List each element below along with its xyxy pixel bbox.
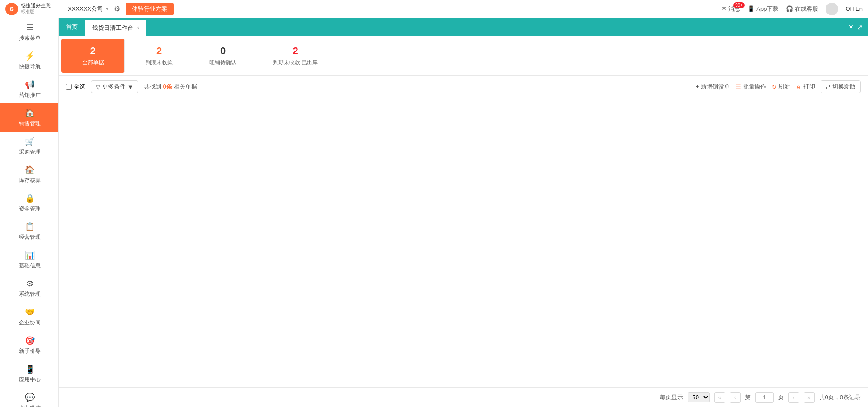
stat-card-all[interactable]: 2 全部单据 <box>61 39 125 73</box>
filter-btn[interactable]: ▽ 更多条件 ▼ <box>91 80 138 93</box>
stat-label-overdue: 到期未收款 <box>146 59 173 66</box>
logo-line2: 标准版 <box>21 9 51 15</box>
sidebar-label-fund: 资金管理 <box>19 205 41 213</box>
app-download-label: App下载 <box>756 5 778 13</box>
refresh-btn[interactable]: ↻ 刷新 <box>772 83 790 91</box>
sidebar-item-operations[interactable]: 📋 经营管理 <box>0 217 58 246</box>
sidebar-item-search-menu[interactable]: ☰ 搜索菜单 <box>0 18 58 47</box>
switch-icon: ⇄ <box>826 84 830 90</box>
filter-icon: ▽ <box>96 84 100 90</box>
new-sales-label: + 新增销货单 <box>696 83 730 91</box>
sidebar-label-inventory: 库存核算 <box>19 177 41 184</box>
top-header: 6 畅捷通好生意 标准版 XXXXXX公司 ▼ ⚙ 体验行业方案 ✉ 消息 99… <box>0 0 868 18</box>
sidebar-item-fund[interactable]: 🔒 资金管理 <box>0 189 58 217</box>
sidebar-item-beginner[interactable]: 🎯 新手引导 <box>0 331 58 360</box>
logo-area: 6 畅捷通好生意 标准版 <box>5 3 64 15</box>
company-selector[interactable]: XXXXXX公司 ▼ <box>68 5 109 13</box>
stat-label-unshipped: 到期未收款 已出库 <box>273 59 318 66</box>
sidebar-item-appcenter[interactable]: 📱 应用中心 <box>0 360 58 388</box>
print-icon: 🖨 <box>796 84 802 90</box>
sidebar-label-appcenter: 应用中心 <box>19 376 41 384</box>
phone-icon: 📱 <box>747 5 755 12</box>
purchase-icon: 🛒 <box>25 136 35 146</box>
stats-row: 2 全部单据 2 到期未收款 0 旺铺待确认 2 到期未收款 已出库 <box>59 36 868 76</box>
sidebar-label-basicinfo: 基础信息 <box>19 262 41 270</box>
toolbar: 全选 ▽ 更多条件 ▼ 共找到 0条 相关单据 + 新增销货单 ☰ 批量操作 <box>59 76 868 98</box>
sidebar-label-search: 搜索菜单 <box>19 34 41 42</box>
tab-bar: 首页 钱货日清工作台 × × ⤢ <box>59 18 868 36</box>
tab-home-label: 首页 <box>66 23 78 31</box>
msg-btn[interactable]: ✉ 消息 99+ <box>722 5 740 13</box>
new-sales-btn[interactable]: + 新增销货单 <box>696 83 730 91</box>
select-all-area[interactable]: 全选 <box>66 83 85 91</box>
sidebar-label-wechat: 企业微信 <box>19 404 41 407</box>
next-page-btn[interactable]: › <box>788 392 799 403</box>
page-input[interactable] <box>755 392 774 403</box>
avatar[interactable] <box>826 3 838 15</box>
batch-btn[interactable]: ☰ 批量操作 <box>736 83 766 91</box>
refresh-icon: ↻ <box>772 84 777 90</box>
found-prefix: 共找到 <box>144 83 161 90</box>
trial-btn[interactable]: 体验行业方案 <box>126 3 174 15</box>
stat-card-wangpu[interactable]: 0 旺铺待确认 <box>191 36 255 75</box>
stat-card-unshipped[interactable]: 2 到期未收款 已出库 <box>255 36 336 75</box>
sidebar-item-system[interactable]: ⚙ 系统管理 <box>0 274 58 303</box>
sidebar-label-quick: 快捷导航 <box>19 63 41 70</box>
prev-page-btn[interactable]: ‹ <box>730 392 741 403</box>
stat-number-unshipped: 2 <box>293 45 298 57</box>
switch-btn[interactable]: ⇄ 切换新版 <box>821 80 861 93</box>
fund-icon: 🔒 <box>25 193 35 203</box>
found-suffix: 相关单据 <box>174 83 197 90</box>
select-all-checkbox[interactable] <box>66 84 72 90</box>
sidebar-item-purchase[interactable]: 🛒 采购管理 <box>0 132 58 160</box>
menu-icon: ☰ <box>26 23 33 33</box>
tab-home[interactable]: 首页 <box>59 18 85 36</box>
filter-dropdown-icon: ▼ <box>127 84 133 90</box>
pagination: 每页显示 50 « ‹ 第 页 › » 共0页，0条记录 <box>59 387 868 407</box>
sidebar-item-enterprise[interactable]: 🤝 企业协同 <box>0 303 58 331</box>
tab-maximize-btn[interactable]: ⤢ <box>857 23 863 32</box>
lightning-icon: ⚡ <box>25 51 35 61</box>
enterprise-icon: 🤝 <box>25 307 35 317</box>
per-page-select[interactable]: 50 <box>688 392 710 402</box>
sidebar-item-marketing[interactable]: 📢 营销推广 <box>0 75 58 103</box>
batch-label: 批量操作 <box>743 83 766 91</box>
app-download-btn[interactable]: 📱 App下载 <box>747 5 778 13</box>
sidebar-item-quick-nav[interactable]: ⚡ 快捷导航 <box>0 47 58 75</box>
stat-number-overdue: 2 <box>156 45 162 57</box>
content-area: 首页 钱货日清工作台 × × ⤢ 2 全部单据 2 到期未收款 0 <box>59 18 868 407</box>
print-label: 打印 <box>803 83 815 91</box>
sidebar-item-inventory[interactable]: 🏠 库存核算 <box>0 160 58 189</box>
main-layout: ☰ 搜索菜单 ⚡ 快捷导航 📢 营销推广 🏠 销售管理 🛒 采购管理 🏠 库存核… <box>0 18 868 407</box>
filter-label: 更多条件 <box>102 83 126 91</box>
settings-icon[interactable]: ⚙ <box>114 5 120 13</box>
sidebar-item-sales[interactable]: 🏠 销售管理 <box>0 103 58 132</box>
batch-icon: ☰ <box>736 84 741 90</box>
tab-close-icon[interactable]: × <box>136 25 139 31</box>
last-page-btn[interactable]: » <box>804 392 815 403</box>
page-label: 第 <box>745 393 751 402</box>
stat-card-overdue[interactable]: 2 到期未收款 <box>127 36 191 75</box>
tab-close-btn[interactable]: × <box>849 23 853 31</box>
stat-label-wangpu: 旺铺待确认 <box>209 59 236 66</box>
headset-icon: 🎧 <box>786 5 793 12</box>
wechat-icon: 💬 <box>25 393 35 402</box>
sidebar-item-basicinfo[interactable]: 📊 基础信息 <box>0 246 58 274</box>
per-page-label: 每页显示 <box>660 393 683 402</box>
stat-label-all: 全部单据 <box>82 59 104 66</box>
page-suffix: 页 <box>778 393 784 402</box>
first-page-btn[interactable]: « <box>714 392 725 403</box>
sidebar-item-wechat[interactable]: 💬 企业微信 <box>0 388 58 407</box>
logo-line1: 畅捷通好生意 <box>21 3 51 9</box>
print-btn[interactable]: 🖨 打印 <box>796 83 815 91</box>
company-name: XXXXXX公司 <box>68 5 103 13</box>
inventory-icon: 🏠 <box>25 165 35 175</box>
table-area <box>59 98 868 387</box>
tab-active-label: 钱货日清工作台 <box>92 24 133 32</box>
username[interactable]: OfTEn <box>845 5 863 12</box>
online-service-btn[interactable]: 🎧 在线客服 <box>786 5 818 13</box>
tab-active[interactable]: 钱货日清工作台 × <box>85 20 146 36</box>
sidebar-label-purchase: 采购管理 <box>19 148 41 156</box>
select-all-label: 全选 <box>74 83 85 91</box>
refresh-label: 刷新 <box>778 83 790 91</box>
